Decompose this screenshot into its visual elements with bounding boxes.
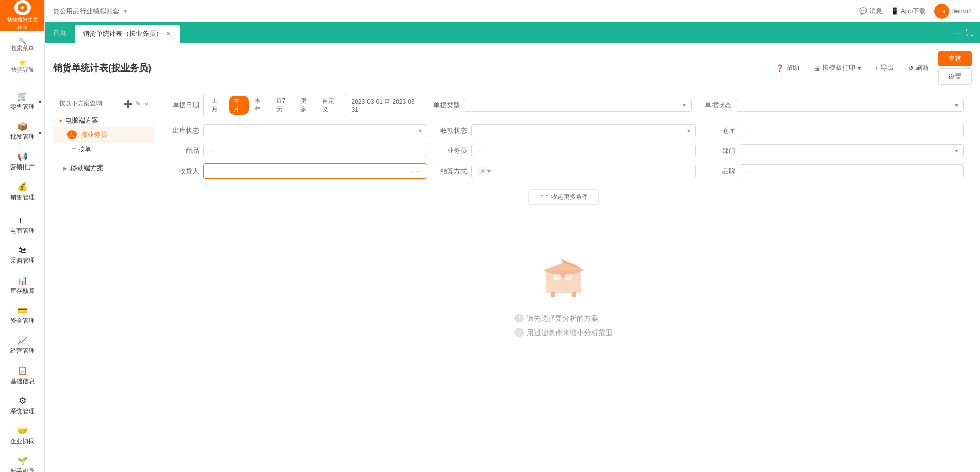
- sidebar-item-finance[interactable]: 💳 资金管理: [0, 300, 44, 331]
- delivery-status-field[interactable]: ▾: [203, 124, 427, 137]
- sidebar-item-inventory[interactable]: 📊 库存核算: [0, 270, 44, 300]
- payment-status-arrow: ▾: [687, 127, 690, 134]
- user-menu-btn[interactable]: Ea demo2: [934, 4, 972, 19]
- salesperson-scheme-icon: 人: [67, 130, 77, 139]
- message-btn[interactable]: 💬 消息: [859, 7, 883, 16]
- search-menu-label: 搜索菜单: [11, 44, 34, 52]
- date-more[interactable]: 更多: [297, 96, 316, 115]
- svg-rect-7: [572, 292, 576, 297]
- payment-status-field[interactable]: ▾: [471, 124, 695, 137]
- brand-field[interactable]: ···: [740, 164, 964, 178]
- sidebar-item-marketing[interactable]: 📢 营销推广: [0, 147, 44, 177]
- scheme-item-by-salesperson[interactable]: 人 按业务员: [53, 127, 155, 143]
- logo-icon: [14, 0, 31, 15]
- empty-tip-1-label: 请先选择要分析的方案: [527, 311, 598, 325]
- voucher-type-field[interactable]: ▾: [464, 99, 692, 112]
- sidebar-item-wholesale-label: 批发管理: [10, 133, 35, 141]
- settlement-arrow: ▾: [487, 168, 491, 175]
- help-label: 帮助: [786, 63, 799, 73]
- sidebar-logo[interactable]: 畅捷通好生意 标版: [0, 0, 45, 31]
- sidebar-item-basic[interactable]: 📋 基础信息: [0, 361, 44, 391]
- help-btn[interactable]: ❓ 帮助: [771, 61, 804, 75]
- sidebar-item-enterprise[interactable]: 🤝 企业协同: [0, 421, 44, 451]
- topbar: 办公用品行业模拟账套 ▾ 💬 消息 📱 App下载 Ea demo2: [45, 0, 980, 22]
- tip-number-2: 2: [514, 328, 524, 337]
- settlement-label: 结算方式: [431, 167, 467, 176]
- scheme-add-btn[interactable]: ➕: [124, 100, 132, 108]
- date-this-year[interactable]: 本年: [251, 96, 270, 115]
- sidebar-item-purchase[interactable]: 🛍 采购管理: [0, 241, 44, 270]
- goods-field[interactable]: ···: [203, 144, 427, 157]
- consignee-input[interactable]: [209, 168, 412, 175]
- voucher-status-field[interactable]: ▾: [736, 99, 964, 112]
- mobile-group-label: 移动端方案: [70, 163, 104, 173]
- collapse-icon: ⌃⌃: [539, 194, 549, 201]
- ecommerce-icon: 🖥: [18, 216, 27, 225]
- consignee-label: 收货人: [163, 167, 199, 176]
- voucher-type-label: 单据类型: [424, 101, 460, 110]
- quick-nav-btn[interactable]: ⭐ 快捷导航: [11, 56, 34, 77]
- scheme-subitem-by-order[interactable]: ≡ 按单: [53, 143, 155, 156]
- scheme-item-salesperson-label: 按业务员: [81, 130, 107, 139]
- industry-dropdown-icon[interactable]: ▾: [124, 7, 127, 15]
- date-7days[interactable]: 近7天: [272, 96, 295, 115]
- filter-row-1: 单据日期 上月 本月 本年 近7天 更多 自定义 2023-03-01 至 20…: [163, 93, 964, 117]
- tab-minimize-btn[interactable]: —: [953, 28, 962, 37]
- date-last-month[interactable]: 上月: [208, 96, 227, 115]
- tab-home[interactable]: 首页: [45, 22, 75, 43]
- sidebar-item-sales-label: 销售管理: [10, 193, 35, 202]
- export-label: 导出: [880, 63, 894, 73]
- page-container: 销货单统计表(按业务员) ❓ 帮助 🖨 按模板打印 ▾ ↑ 导出: [45, 43, 980, 472]
- sidebar-item-purchase-label: 采购管理: [10, 256, 35, 265]
- query-btn[interactable]: 查询: [938, 51, 972, 66]
- department-field[interactable]: ▾: [740, 144, 964, 157]
- sidebar-item-operations[interactable]: 📈 经营管理: [0, 331, 44, 361]
- scheme-collapse-btn[interactable]: «: [144, 100, 149, 108]
- sales-icon: 💰: [17, 182, 28, 192]
- tab-sales-stat[interactable]: 销货单统计表（按业务员） ✕: [75, 25, 180, 43]
- template-print-btn[interactable]: 🖨 按模板打印 ▾: [808, 61, 866, 75]
- print-dropdown-icon: ▾: [857, 64, 861, 72]
- mobile-group-expand-icon: ▶: [63, 165, 67, 172]
- settlement-field[interactable]: ✕ ▾: [471, 164, 695, 178]
- marketing-icon: 📢: [17, 152, 28, 161]
- app-download-label: App下载: [901, 7, 926, 16]
- voucher-status-label: 单据状态: [696, 101, 731, 110]
- sidebar-item-wholesale[interactable]: 📦 批发管理 ▴: [0, 116, 44, 147]
- empty-tip-2-label: 用过滤条件来缩小分析范围: [527, 325, 612, 340]
- inventory-icon: 📊: [17, 275, 28, 285]
- payment-status-label: 收款状态: [431, 126, 467, 135]
- consignee-field[interactable]: ···: [203, 163, 427, 179]
- tab-close-icon[interactable]: ✕: [166, 30, 172, 37]
- scheme-group-pc-header[interactable]: ▾ 电脑端方案: [53, 114, 155, 127]
- brand-label: 品牌: [700, 167, 736, 176]
- sidebar-item-newbie[interactable]: 🌱 新手引导: [0, 451, 44, 472]
- date-this-month[interactable]: 本月: [229, 96, 249, 115]
- export-btn[interactable]: ↑ 导出: [870, 61, 899, 75]
- tab-expand-btn[interactable]: ⛶: [966, 28, 974, 37]
- voucher-type-arrow: ▾: [683, 102, 686, 109]
- app-download-btn[interactable]: 📱 App下载: [891, 7, 926, 16]
- warehouse-field[interactable]: ···: [740, 124, 964, 137]
- consignee-dots[interactable]: ···: [412, 167, 422, 176]
- app-download-icon: 📱: [891, 7, 899, 15]
- search-menu-btn[interactable]: 🔍 搜索菜单: [11, 35, 34, 55]
- settings-btn[interactable]: 设置: [938, 68, 972, 85]
- empty-tip-1: 1 请先选择要分析的方案: [514, 311, 612, 325]
- help-icon: ❓: [776, 64, 784, 72]
- scheme-edit-btn[interactable]: ✎: [135, 100, 141, 108]
- settlement-clear-btn[interactable]: ✕: [480, 168, 485, 175]
- sidebar-item-system[interactable]: ⚙ 系统管理: [0, 391, 44, 421]
- collapse-conditions-btn[interactable]: ⌃⌃ 收起更多条件: [528, 189, 599, 205]
- scheme-subitem-order-label: 按单: [79, 145, 91, 154]
- scheme-mobile-header[interactable]: ▶ 移动端方案: [53, 160, 155, 176]
- quick-nav-icon: ⭐: [19, 59, 26, 66]
- sidebar-item-ecommerce-label: 电商管理: [10, 227, 35, 235]
- enterprise-icon: 🤝: [17, 426, 28, 436]
- date-custom[interactable]: 自定义: [318, 96, 343, 115]
- sidebar-item-sales[interactable]: 💰 销售管理: [0, 177, 44, 207]
- sidebar-item-retail[interactable]: 🛒 零售管理 ▾: [0, 86, 44, 116]
- salesperson-field[interactable]: ···: [471, 144, 695, 157]
- refresh-btn[interactable]: ↺ 刷新: [903, 61, 934, 75]
- sidebar-item-ecommerce[interactable]: 🖥 电商管理: [0, 211, 44, 241]
